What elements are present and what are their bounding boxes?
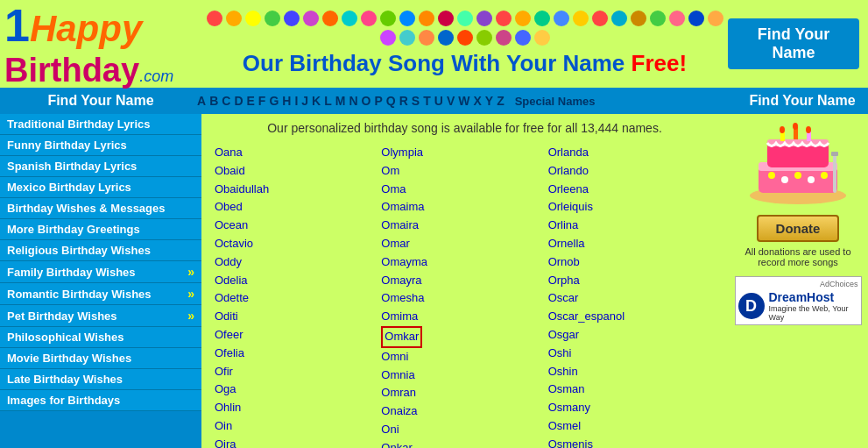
name-link[interactable]: Ofelia (215, 345, 381, 363)
name-link[interactable]: Orlina (548, 217, 715, 235)
name-link[interactable]: Odette (215, 289, 381, 308)
alpha-link-q[interactable]: Q (386, 94, 396, 108)
sidebar-item[interactable]: Late Birthday Wishes (0, 369, 201, 390)
name-link[interactable]: Onaiza (381, 402, 547, 421)
alpha-link-o[interactable]: O (362, 94, 371, 108)
sidebar-item[interactable]: Family Birthday Wishes» (0, 261, 201, 283)
sidebar-item-label: Traditional Birthday Lyrics (7, 117, 151, 131)
alpha-link-f[interactable]: F (258, 94, 266, 108)
alpha-link-d[interactable]: D (234, 94, 243, 108)
alpha-link-n[interactable]: N (349, 94, 357, 108)
sidebar-item[interactable]: Images for Birthdays (0, 390, 201, 411)
name-link[interactable]: Omar (381, 235, 547, 253)
name-link[interactable]: Ornob (548, 253, 715, 272)
name-link[interactable]: Omima (381, 308, 547, 326)
name-link[interactable]: Omran (381, 384, 547, 402)
name-link[interactable]: Orlanda (548, 144, 715, 162)
sidebar-item[interactable]: Pet Birthday Wishes» (0, 305, 201, 327)
ad-box[interactable]: AdChoices D DreamHost Imagine the Web, Y… (735, 276, 862, 325)
alpha-link-t[interactable]: T (423, 94, 431, 108)
sidebar-item[interactable]: Romantic Birthday Wishes» (0, 283, 201, 305)
name-link[interactable]: Octavio (215, 235, 381, 253)
name-link[interactable]: Ofeer (215, 326, 381, 345)
name-link[interactable]: Omayma (381, 253, 547, 272)
name-link[interactable]: Omaira (381, 217, 547, 235)
sidebar-item[interactable]: Traditional Birthday Lyrics (0, 114, 201, 135)
name-link[interactable]: Odelia (215, 272, 381, 290)
name-link[interactable]: Oscar_espanol (548, 308, 715, 326)
name-link[interactable]: Obed (215, 198, 381, 217)
alpha-link-b[interactable]: B (209, 94, 218, 108)
name-link[interactable]: Om (381, 162, 547, 181)
name-link[interactable]: Osman (548, 380, 715, 399)
alpha-link-s[interactable]: S (412, 94, 420, 108)
name-link[interactable]: Ofir (215, 363, 381, 381)
sidebar-item[interactable]: Philosophical Wishes (0, 327, 201, 348)
alpha-link-e[interactable]: E (247, 94, 255, 108)
alpha-link-y[interactable]: Y (485, 94, 493, 108)
sidebar-item[interactable]: Religious Birthday Wishes (0, 240, 201, 261)
alpha-link-x[interactable]: X (473, 94, 481, 108)
alpha-link-a[interactable]: A (197, 94, 206, 108)
name-link[interactable]: Ornella (548, 235, 715, 253)
name-link[interactable]: Oddy (215, 253, 381, 272)
name-link[interactable]: Oscar (548, 289, 715, 308)
name-link[interactable]: Osmenis (548, 436, 715, 448)
find-name-left[interactable]: Find Your Name (4, 93, 197, 109)
alpha-link-j[interactable]: J (301, 94, 308, 108)
name-link[interactable]: Ohlin (215, 399, 381, 417)
special-names-link[interactable]: Special Names (515, 95, 596, 108)
alpha-link-w[interactable]: W (458, 94, 469, 108)
name-link[interactable]: Omayra (381, 272, 547, 290)
name-link[interactable]: Oni (381, 421, 547, 439)
sidebar-item[interactable]: Birthday Wishes & Messages (0, 198, 201, 219)
name-link[interactable]: Omnia (381, 366, 547, 385)
sidebar-item[interactable]: Mexico Birthday Lyrics (0, 177, 201, 198)
alpha-link-h[interactable]: H (282, 94, 291, 108)
name-link[interactable]: Osmany (548, 399, 715, 417)
name-link[interactable]: Oma (381, 181, 547, 199)
alpha-link-u[interactable]: U (434, 94, 443, 108)
name-link[interactable]: Orleiquis (548, 198, 715, 217)
sidebar-item[interactable]: Movie Birthday Wishes (0, 348, 201, 369)
name-link[interactable]: Osgar (548, 326, 715, 345)
name-link[interactable]: Onkar (381, 439, 547, 448)
name-link[interactable]: Oshi (548, 345, 715, 363)
alpha-link-g[interactable]: G (269, 94, 279, 108)
name-link[interactable]: Orleena (548, 181, 715, 199)
logo[interactable]: 1Happy Birthday.com (4, 0, 173, 89)
name-link[interactable]: Oga (215, 380, 381, 399)
name-link[interactable]: Omesha (381, 289, 547, 308)
alpha-link-r[interactable]: R (399, 94, 408, 108)
name-link[interactable]: Obaid (215, 162, 381, 181)
name-link[interactable]: Oin (215, 417, 381, 436)
name-link[interactable]: Oana (215, 144, 381, 162)
alpha-link-c[interactable]: C (222, 94, 230, 108)
alpha-link-i[interactable]: I (294, 94, 298, 108)
right-panel: Donate All donations are used to record … (728, 114, 868, 448)
sidebar-item[interactable]: More Birthday Greetings (0, 219, 201, 240)
alpha-link-v[interactable]: V (447, 94, 455, 108)
alpha-link-k[interactable]: K (312, 94, 321, 108)
sidebar-item[interactable]: Funny Birthday Lyrics (0, 135, 201, 156)
name-link[interactable]: Orlando (548, 162, 715, 181)
name-link[interactable]: Osmel (548, 417, 715, 436)
name-link[interactable]: Ocean (215, 217, 381, 235)
find-name-right[interactable]: Find Your Name (728, 18, 859, 69)
donate-button[interactable]: Donate (757, 215, 840, 242)
name-link[interactable]: Omkar (381, 326, 547, 348)
name-link[interactable]: Oira (215, 436, 381, 448)
find-name-right-nav[interactable]: Find Your Name (741, 93, 864, 109)
name-link[interactable]: Oditi (215, 308, 381, 326)
sidebar-item[interactable]: Spanish Birthday Lyrics (0, 156, 201, 177)
name-link[interactable]: Oshin (548, 363, 715, 381)
name-link[interactable]: Omni (381, 348, 547, 366)
alpha-link-l[interactable]: L (324, 94, 332, 108)
name-link[interactable]: Orpha (548, 272, 715, 290)
alpha-link-p[interactable]: P (374, 94, 382, 108)
name-link[interactable]: Omaima (381, 198, 547, 217)
alpha-link-z[interactable]: Z (497, 94, 505, 108)
name-link[interactable]: Olympia (381, 144, 547, 162)
name-link[interactable]: Obaidullah (215, 181, 381, 199)
alpha-link-m[interactable]: M (335, 94, 346, 108)
